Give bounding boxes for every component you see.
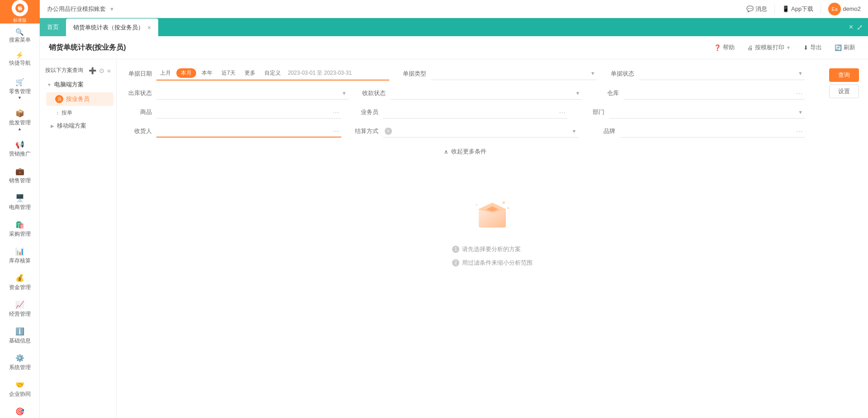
dropdown-icon[interactable]: ▼ xyxy=(109,6,114,12)
svg-point-6 xyxy=(507,207,509,209)
status-filter[interactable]: ▼ xyxy=(639,67,805,80)
tab-sales-stat[interactable]: 销货单统计表（按业务员） × xyxy=(66,19,158,37)
logo-icon: 畅 xyxy=(12,0,28,16)
query-button[interactable]: 查询 xyxy=(829,68,859,82)
tab-close-icon[interactable]: × xyxy=(147,24,151,31)
sidebar-item-newbie[interactable]: 🎯 新手引导 xyxy=(0,403,39,418)
avatar: Ea xyxy=(828,3,841,15)
brand-more-icon[interactable]: ··· xyxy=(796,128,803,135)
date-btn-7days[interactable]: 近7天 xyxy=(218,68,239,78)
warehouse-label: 仓库 xyxy=(593,89,623,97)
sidebar-item-inventory[interactable]: 📊 库存核算 xyxy=(0,242,39,269)
header-separator2 xyxy=(821,5,821,14)
help-button[interactable]: ❓ 帮助 xyxy=(710,42,738,53)
dept-label: 部门 xyxy=(578,108,609,116)
print-icon: 🖨 xyxy=(747,44,753,51)
export-button[interactable]: ⬇ 导出 xyxy=(800,42,826,53)
user-profile[interactable]: Ea demo2 xyxy=(828,3,861,15)
settle-clear-icon[interactable]: × xyxy=(385,128,392,135)
receipt-status-label: 收款状态 xyxy=(359,89,390,97)
page-selector-label[interactable]: 办公用品行业模拟账套 xyxy=(47,5,106,13)
sidebar-search[interactable]: 🔍 搜索菜单 xyxy=(0,24,39,48)
warehouse-more-icon[interactable]: ··· xyxy=(796,90,803,97)
sidebar-item-marketing[interactable]: 📢 营销推广 xyxy=(0,136,39,162)
chevron-up-icon: ∧ xyxy=(444,148,448,155)
plan-group-mobile[interactable]: ▶ 移动端方案 xyxy=(43,119,116,133)
warehouse-filter[interactable]: ··· xyxy=(623,87,805,100)
body-wrap: 按以下方案查询 ➕ ⊙ « ▼ 电脑端方案 员 按业务员 xyxy=(40,59,868,418)
tab-home[interactable]: 首页 xyxy=(40,18,66,36)
message-icon: 💬 xyxy=(746,5,754,12)
date-btn-lastmonth[interactable]: 上月 xyxy=(156,68,175,78)
date-btn-more[interactable]: 更多 xyxy=(241,68,259,78)
tip1-text: 请先选择要分析的方案 xyxy=(462,243,521,255)
add-plan-icon[interactable]: ➕ xyxy=(89,67,96,74)
tab-close-window-icon[interactable]: × xyxy=(849,23,853,31)
plan-item-salesperson[interactable]: 员 按业务员 xyxy=(46,92,113,106)
settle-filter[interactable]: × ▼ xyxy=(383,125,579,138)
out-status-dropdown: ▼ xyxy=(342,90,347,96)
logo-svg: 畅 xyxy=(15,3,25,13)
plan-group-desktop[interactable]: ▼ 电脑端方案 xyxy=(43,78,116,91)
svg-point-7 xyxy=(476,204,477,206)
export-icon: ⬇ xyxy=(803,44,808,51)
sidebar-item-basic[interactable]: ℹ️ 基础信息 xyxy=(0,323,39,349)
header-separator xyxy=(774,5,775,14)
settings-plan-icon[interactable]: ⊙ xyxy=(99,67,104,74)
collapse-button[interactable]: ∧ 收起更多条件 xyxy=(126,144,805,162)
print-dropdown-icon: ▼ xyxy=(786,45,791,50)
sidebar-item-finance[interactable]: 💰 资金管理 xyxy=(0,269,39,296)
salesperson-more-icon[interactable]: ··· xyxy=(559,109,566,116)
refresh-button[interactable]: 🔄 刷新 xyxy=(831,42,859,53)
date-buttons: 上月 本月 本年 近7天 更多 自定义 xyxy=(156,68,284,78)
sidebar-item-retail[interactable]: 🛒 零售管理 ▼ xyxy=(0,73,39,104)
sidebar-item-purchase[interactable]: 🛍️ 采购管理 xyxy=(0,216,39,242)
salesperson-filter[interactable]: ··· xyxy=(383,106,568,119)
brand-label: 品牌 xyxy=(589,127,620,135)
date-label: 单据日期 xyxy=(126,70,156,78)
query-actions: 查询 设置 xyxy=(829,66,859,98)
filter-row-2: 出库状态 ▼ 收款状态 ▼ 仓库 ··· xyxy=(126,87,805,100)
product-more-icon[interactable]: ··· xyxy=(333,109,340,116)
template-print-button[interactable]: 🖨 按模板打印 ▼ xyxy=(744,42,794,53)
dept-filter[interactable]: ▼ xyxy=(609,106,805,119)
setting-button[interactable]: 设置 xyxy=(829,85,859,98)
receipt-status-filter[interactable]: ▼ xyxy=(390,87,582,100)
app-download-action[interactable]: 📱 App下载 xyxy=(782,5,813,13)
help-icon: ❓ xyxy=(714,44,721,51)
date-btn-custom[interactable]: 自定义 xyxy=(261,68,284,78)
sidebar-item-system[interactable]: ⚙️ 系统管理 xyxy=(0,349,39,376)
right-panel: 单据日期 上月 本月 本年 近7天 更多 自定义 2023-03-01 至 20… xyxy=(117,59,868,418)
type-filter[interactable]: ▼ xyxy=(431,67,597,80)
plan-item-byorder[interactable]: ↕ 按单 xyxy=(43,107,116,119)
receipt-dropdown: ▼ xyxy=(575,90,580,96)
refresh-icon: 🔄 xyxy=(835,44,842,51)
receiver-filter[interactable]: ··· xyxy=(156,125,341,138)
filter-area: 单据日期 上月 本月 本年 近7天 更多 自定义 2023-03-01 至 20… xyxy=(126,66,859,162)
tip2-num: 2 xyxy=(452,259,459,266)
sidebar-item-sales[interactable]: 💼 销售管理 xyxy=(0,162,39,189)
out-status-filter[interactable]: ▼ xyxy=(156,87,349,100)
app-logo: 畅 标准版 xyxy=(0,0,40,24)
sidebar-quicknav[interactable]: ⚡ 快捷导航 xyxy=(0,48,39,70)
product-label: 商品 xyxy=(126,108,156,116)
page-title: 销货单统计表(按业务员) xyxy=(49,43,126,52)
date-btn-thismonth[interactable]: 本月 xyxy=(176,68,196,78)
receiver-more-icon[interactable]: ··· xyxy=(333,127,340,134)
date-filter: 上月 本月 本年 近7天 更多 自定义 2023-03-01 至 2023-03… xyxy=(156,66,389,81)
brand-filter[interactable]: ··· xyxy=(620,125,805,138)
sidebar-item-collab[interactable]: 🤝 企业协同 xyxy=(0,376,39,403)
settle-dropdown: ▼ xyxy=(571,128,576,134)
type-label: 单据类型 xyxy=(400,70,431,78)
tab-expand-icon[interactable]: ⤢ xyxy=(857,23,863,32)
dept-dropdown: ▼ xyxy=(798,109,803,115)
date-btn-thisyear[interactable]: 本年 xyxy=(198,68,216,78)
sidebar-item-ecom[interactable]: 🖥️ 电商管理 xyxy=(0,189,39,216)
sidebar-item-operations[interactable]: 📈 经营管理 xyxy=(0,296,39,323)
sidebar-item-wholesale[interactable]: 📦 批发管理 ▲ xyxy=(0,104,39,136)
collapse-panel-icon[interactable]: « xyxy=(107,67,111,74)
date-range-text: 2023-03-01 至 2023-03-31 xyxy=(288,69,352,77)
product-filter[interactable]: ··· xyxy=(156,106,341,119)
left-panel: 按以下方案查询 ➕ ⊙ « ▼ 电脑端方案 员 按业务员 xyxy=(40,59,117,418)
message-action[interactable]: 💬 消息 xyxy=(746,5,767,13)
